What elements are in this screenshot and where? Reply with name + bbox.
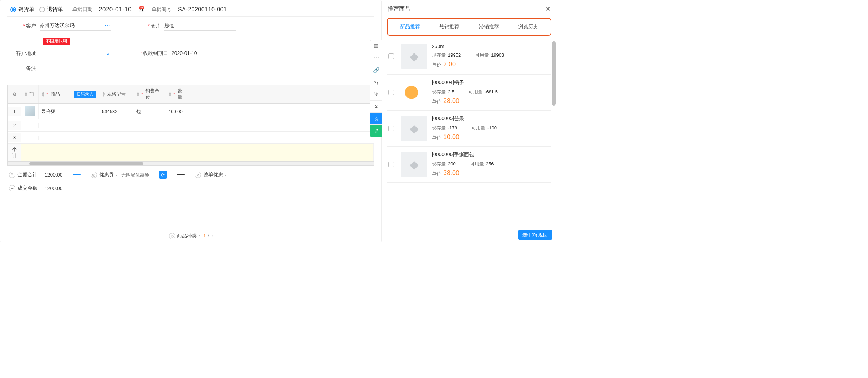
tab-1[interactable]: 热销推荐 <box>430 20 469 34</box>
side-toolbar: ▤ 〰 🔗 ⇆ ⩛ ¥ ☆ ⤢ <box>370 40 382 137</box>
addr-label: 客户地址 <box>7 50 40 57</box>
row-index: 2 <box>8 121 21 130</box>
radio-unchecked-icon <box>39 7 45 12</box>
coupon-icon: ◎ <box>91 172 97 178</box>
swap-icon[interactable]: ⇆ <box>370 76 382 88</box>
avail-label: 可用量-190 <box>471 125 497 131</box>
radio-sales-order[interactable]: 销货单 <box>10 6 34 13</box>
warehouse-label: *仓库 <box>132 23 164 29</box>
row-product[interactable] <box>39 123 99 128</box>
stock-label: 现存量-178 <box>432 125 457 131</box>
avail-label: 可用量-681.5 <box>469 89 498 95</box>
row-spec[interactable] <box>99 123 133 128</box>
row-spec[interactable]: 534532 <box>99 107 133 116</box>
recommend-panel: 推荐商品 ✕ 新品推荐热销推荐滞销推荐浏览历史 ◆250mL现存量19952可用… <box>382 0 556 242</box>
customer-field[interactable]: 苏州万达沃尔玛 ⋯ <box>40 21 111 31</box>
row-product[interactable] <box>39 136 99 140</box>
avail-label: 可用量19903 <box>475 52 504 58</box>
customer-label: *客户 <box>7 23 40 29</box>
row-spec[interactable] <box>99 136 133 140</box>
row-thumb <box>21 123 39 128</box>
checkbox[interactable] <box>388 90 394 95</box>
row-qty[interactable] <box>165 123 185 128</box>
col-product[interactable]: ▲▼*商品扫码录入 <box>39 85 99 103</box>
gear-icon[interactable]: ⚙ <box>8 85 21 103</box>
remark-field[interactable] <box>40 64 182 73</box>
customer-value: 苏州万达沃尔玛 <box>40 22 75 28</box>
coupon-input[interactable] <box>121 172 157 178</box>
checkbox[interactable] <box>388 126 394 131</box>
deal-icon: ✦ <box>9 185 15 191</box>
col-unit[interactable]: ▲▼*销售单位 <box>133 85 165 103</box>
expand-icon[interactable]: ⤢ <box>370 125 382 137</box>
price-label: 单价28.00 <box>432 97 550 105</box>
table-row[interactable]: 2 <box>8 119 374 132</box>
scan-input-button[interactable]: 扫码录入 <box>74 91 96 98</box>
minus-icon <box>177 174 185 175</box>
tab-3[interactable]: 浏览历史 <box>509 20 548 34</box>
product-thumb: ◆ <box>401 44 427 69</box>
doc-header-row: 销货单 退货单 单据日期 2020-01-10 📅 单据编号 SA-202001… <box>7 4 374 17</box>
table-row[interactable]: 3 <box>8 132 374 144</box>
row-unit[interactable]: 包 <box>133 106 165 117</box>
kinds-icon: ◎ <box>169 233 175 239</box>
table-row[interactable]: 1果倍爽534532包400.00 <box>8 104 374 119</box>
currency-icon[interactable]: ¥ <box>370 101 382 113</box>
row-unit[interactable] <box>133 136 165 140</box>
link-icon[interactable]: 🔗 <box>370 64 382 76</box>
items-grid: ⚙ ▲▼商 ▲▼*商品扫码录入 ▲▼规格型号 ▲▼*销售单位 ▲▼*数量 1果倍… <box>7 85 374 166</box>
recommend-item: [0000004]橘子现存量2.5可用量-681.5单价28.00 <box>387 75 551 111</box>
checkbox[interactable] <box>388 162 394 167</box>
warehouse-field[interactable]: 总仓 <box>164 21 236 31</box>
more-icon[interactable]: ⋯ <box>104 22 110 29</box>
row-qty[interactable] <box>165 136 185 140</box>
recommend-item: ◆[0000005]芒果现存量-178可用量-190单价10.00 <box>387 111 551 147</box>
stock-label: 现存量19952 <box>432 52 461 58</box>
product-name: [0000004]橘子 <box>432 80 550 86</box>
remark-label: 备注 <box>7 65 40 72</box>
star-icon[interactable]: ☆ <box>370 113 382 125</box>
col-qty[interactable]: ▲▼*数量 <box>165 85 185 103</box>
select-return-button[interactable]: 选中(0) 返回 <box>518 230 552 240</box>
v-scrollbar[interactable] <box>552 41 556 106</box>
row-thumb <box>21 136 39 140</box>
bill-discount: ⊘ 整单优惠： <box>195 172 228 178</box>
row-qty[interactable]: 400.00 <box>165 107 185 116</box>
h-scrollbar[interactable] <box>8 161 374 165</box>
tab-2[interactable]: 滞销推荐 <box>469 20 509 34</box>
doc-date-label: 单据日期 <box>72 6 92 13</box>
due-field[interactable]: 2020-01-10 <box>172 49 243 58</box>
collapse-icon[interactable]: ⩛ <box>370 88 382 101</box>
radio-return-label: 退货单 <box>47 6 63 13</box>
doc-no-value: SA-20200110-001 <box>178 6 227 13</box>
note-icon[interactable]: ▤ <box>370 40 382 52</box>
doc-date-value[interactable]: 2020-01-10 <box>99 6 132 13</box>
row-unit[interactable] <box>133 123 165 128</box>
close-icon[interactable]: ✕ <box>545 5 551 13</box>
recommend-item: ◆[0000006]手撕面包现存量300可用量256单价38.00 <box>387 147 551 183</box>
total-amount: ¥ 金额合计：1200.00 <box>9 172 63 178</box>
totals-bar: ¥ 金额合计：1200.00 ◎ 优惠券： ⟳ ⊘ 整单优惠： ✦ 成交金额：1… <box>7 166 374 196</box>
col-spec[interactable]: ▲▼规格型号 <box>99 85 133 103</box>
product-name: [0000006]手撕面包 <box>432 152 550 158</box>
product-name: [0000005]芒果 <box>432 116 550 122</box>
refresh-icon[interactable]: ⟳ <box>159 171 167 179</box>
chevron-down-icon[interactable]: ⌄ <box>106 50 110 56</box>
price-label: 单价2.00 <box>432 61 550 68</box>
footer-summary: ◎ 商品种类：1种 <box>0 233 381 239</box>
subtotal-label: 小计 <box>8 144 21 161</box>
radio-return-order[interactable]: 退货单 <box>39 6 63 13</box>
chart-icon[interactable]: 〰 <box>370 52 382 64</box>
row-product[interactable]: 果倍爽 <box>39 106 99 117</box>
price-label: 单价10.00 <box>432 133 550 141</box>
checkbox[interactable] <box>388 53 394 59</box>
deal-amount: ✦ 成交金额：1200.00 <box>9 185 373 191</box>
recommend-list: ◆250mL现存量19952可用量19903单价2.00[0000004]橘子现… <box>382 39 556 242</box>
product-thumb: ◆ <box>401 116 427 141</box>
col-image[interactable]: ▲▼商 <box>21 85 39 103</box>
product-thumb: ◆ <box>401 152 427 177</box>
row-thumb <box>21 104 39 119</box>
tab-0[interactable]: 新品推荐 <box>390 20 430 34</box>
addr-field[interactable]: ⌄ <box>40 49 111 58</box>
calendar-icon[interactable]: 📅 <box>138 6 145 13</box>
